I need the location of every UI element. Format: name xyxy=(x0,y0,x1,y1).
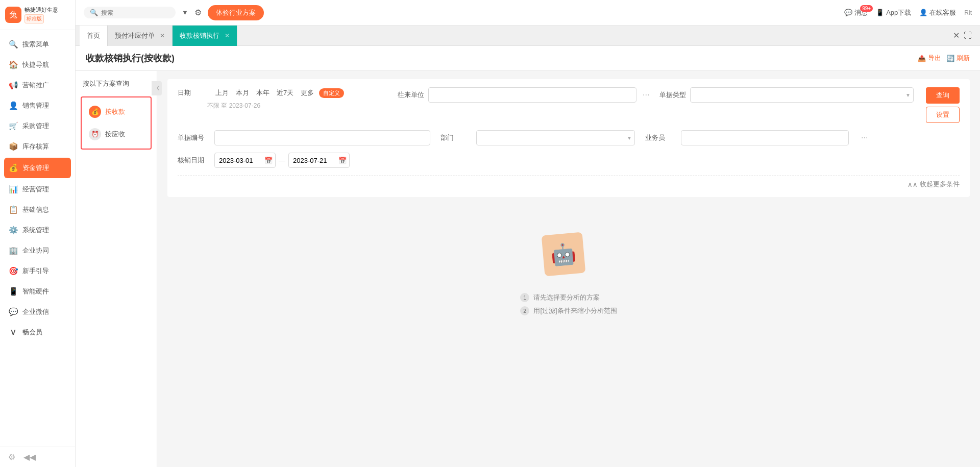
date-label: 日期 xyxy=(178,88,203,97)
doc-type-select-wrap: ▼ xyxy=(690,87,914,103)
marketing-icon: 📢 xyxy=(8,80,18,90)
sidebar-item-purchase[interactable]: 🛒 采购管理 xyxy=(0,116,75,136)
sidebar-item-guide[interactable]: 🎯 新手引导 xyxy=(0,261,75,281)
sidebar-label-operations: 经营管理 xyxy=(22,185,49,194)
writeoff-end-calendar-icon[interactable]: 📅 xyxy=(338,157,347,164)
settings-icon[interactable]: ⚙ xyxy=(8,452,15,462)
topbar-chevron-down-icon[interactable]: ▼ xyxy=(182,9,188,16)
staff-label: 业务员 xyxy=(645,133,671,142)
date-btn-this-month[interactable]: 本月 xyxy=(234,87,251,99)
solution-button[interactable]: 体验行业方案 xyxy=(208,5,264,20)
refresh-icon: 🔄 xyxy=(946,55,954,62)
sidebar-label-basic-info: 基础信息 xyxy=(22,205,49,214)
filter-border: 💰 按收款 ⏰ 按应收 xyxy=(81,96,152,150)
tab-prepay-close-icon[interactable]: ✕ xyxy=(160,32,165,39)
sidebar-item-enterprise[interactable]: 🏢 企业协同 xyxy=(0,240,75,261)
tab-receipt-writeoff-label: 收款核销执行 xyxy=(180,31,219,40)
dept-select-wrap: ▼ xyxy=(476,130,635,145)
user-name[interactable]: Rit xyxy=(964,9,972,16)
sidebar-label-hardware: 智能硬件 xyxy=(22,287,49,296)
date-btn-last-month[interactable]: 上月 xyxy=(213,87,231,99)
topbar-gear-icon[interactable]: ⚙ xyxy=(194,8,202,17)
writeoff-start-calendar-icon[interactable]: 📅 xyxy=(264,157,273,164)
member-icon: V xyxy=(8,327,18,337)
service-icon: 👤 xyxy=(919,9,927,16)
app-icon: 📱 xyxy=(876,9,884,16)
sidebar-label-wechat: 企业微信 xyxy=(22,307,49,316)
filter-item-by-receipt[interactable]: 💰 按收款 xyxy=(82,101,151,123)
page-title: 收款核销执行(按收款) xyxy=(86,52,175,70)
sidebar-label-inventory: 库存核算 xyxy=(22,142,49,151)
tab-home-label: 首页 xyxy=(87,31,100,40)
tabbar: 首页 预付冲应付单 ✕ 收款核销执行 ✕ ✕ ⛶ xyxy=(76,26,980,46)
staff-ellipsis-icon[interactable]: ··· xyxy=(859,133,870,142)
sidebar-label-sales: 销售管理 xyxy=(22,101,49,110)
date-btn-more[interactable]: 更多 xyxy=(299,87,316,99)
doc-no-input[interactable] xyxy=(214,130,430,145)
sidebar-item-wechat[interactable]: 💬 企业微信 xyxy=(0,302,75,322)
online-service-button[interactable]: 👤 在线客服 xyxy=(919,8,956,17)
operations-icon: 📊 xyxy=(8,184,18,194)
query-button[interactable]: 查询 xyxy=(926,87,960,104)
tab-prepay[interactable]: 预付冲应付单 ✕ xyxy=(108,26,173,46)
content-area: 收款核销执行(按收款) 📤 导出 🔄 刷新 按以下方案查询 💰 xyxy=(76,46,980,467)
collapse-conditions[interactable]: ∧∧ 收起更多条件 xyxy=(178,175,960,189)
sidebar-label-quick-nav: 快捷导航 xyxy=(22,60,49,69)
partner-ellipsis-icon[interactable]: ··· xyxy=(641,90,651,100)
topbar-search-input[interactable] xyxy=(101,9,162,16)
settings-button[interactable]: 设置 xyxy=(926,107,960,123)
sidebar-item-search[interactable]: 🔍 搜索菜单 xyxy=(0,34,75,55)
dept-select[interactable] xyxy=(476,130,635,145)
btn-group-right: 查询 设置 xyxy=(926,87,960,123)
refresh-button[interactable]: 🔄 刷新 xyxy=(946,54,970,63)
capital-icon: 💰 xyxy=(8,163,18,173)
export-button[interactable]: 📤 导出 xyxy=(918,54,941,63)
by-receipt-icon: 💰 xyxy=(89,106,101,118)
sidebar-item-operations[interactable]: 📊 经营管理 xyxy=(0,179,75,200)
sidebar-item-capital[interactable]: 💰 资金管理 xyxy=(4,158,71,178)
step-2-text: 用[过滤]条件来缩小分析范围 xyxy=(533,306,617,315)
sidebar-item-sales[interactable]: 👤 销售管理 xyxy=(0,95,75,116)
empty-steps: 1 请先选择要分析的方案 2 用[过滤]条件来缩小分析范围 xyxy=(520,293,617,315)
app-download-button[interactable]: 📱 App下载 xyxy=(876,8,911,17)
sidebar-logo: 兔 畅捷通好生意 标准版 xyxy=(0,0,75,30)
sidebar-item-member[interactable]: V 畅会员 xyxy=(0,322,75,342)
message-icon: 💬 xyxy=(844,9,852,16)
filter-panel-toggle[interactable]: 《 xyxy=(152,81,162,95)
sidebar-item-quick-nav[interactable]: 🏠 快捷导航 xyxy=(0,55,75,75)
filter-collapse-icon: 《 xyxy=(154,85,159,92)
date-btn-this-year[interactable]: 本年 xyxy=(254,87,272,99)
staff-input[interactable] xyxy=(681,130,849,145)
writeoff-start-wrap: 📅 xyxy=(214,153,276,168)
message-button[interactable]: 💬 消息 99+ xyxy=(844,8,868,17)
close-window-icon[interactable]: ✕ xyxy=(953,31,960,40)
sidebar-item-hardware[interactable]: 📱 智能硬件 xyxy=(0,281,75,302)
sidebar-item-marketing[interactable]: 📢 营销推广 xyxy=(0,75,75,95)
sidebar-label-guide: 新手引导 xyxy=(22,266,49,276)
basic-info-icon: 📋 xyxy=(8,205,18,215)
collapse-icon[interactable]: ◀◀ xyxy=(23,452,36,462)
topbar: 🔍 ▼ ⚙ 体验行业方案 💬 消息 99+ 📱 App下载 👤 在线客服 Rit xyxy=(76,0,980,26)
sidebar-item-system[interactable]: ⚙️ 系统管理 xyxy=(0,220,75,240)
filter-item-by-receivable[interactable]: ⏰ 按应收 xyxy=(82,123,151,145)
date-btn-7days[interactable]: 近7天 xyxy=(275,87,296,99)
tab-home[interactable]: 首页 xyxy=(80,26,108,46)
empty-step-2: 2 用[过滤]条件来缩小分析范围 xyxy=(520,306,617,315)
date-custom-badge[interactable]: 自定义 xyxy=(319,88,344,98)
sidebar-label-system: 系统管理 xyxy=(22,226,49,235)
sidebar-item-inventory[interactable]: 📦 库存核算 xyxy=(0,136,75,157)
topbar-search-area[interactable]: 🔍 xyxy=(84,7,176,18)
search-icon: 🔍 xyxy=(8,39,18,50)
doc-no-label: 单据编号 xyxy=(178,133,204,142)
writeoff-date-range: 📅 — 📅 xyxy=(214,153,350,168)
partner-label: 往来单位 xyxy=(398,90,424,100)
inventory-icon: 📦 xyxy=(8,141,18,152)
partner-input[interactable] xyxy=(428,87,636,103)
tab-receipt-writeoff-close-icon[interactable]: ✕ xyxy=(225,32,230,39)
expand-icon[interactable]: ⛶ xyxy=(964,31,972,40)
sidebar-item-basic-info[interactable]: 📋 基础信息 xyxy=(0,200,75,220)
tab-receipt-writeoff[interactable]: 收款核销执行 ✕ xyxy=(173,26,237,46)
message-badge: 99+ xyxy=(860,5,873,12)
doc-type-select[interactable] xyxy=(690,87,914,103)
home-icon: 🏠 xyxy=(8,60,18,70)
